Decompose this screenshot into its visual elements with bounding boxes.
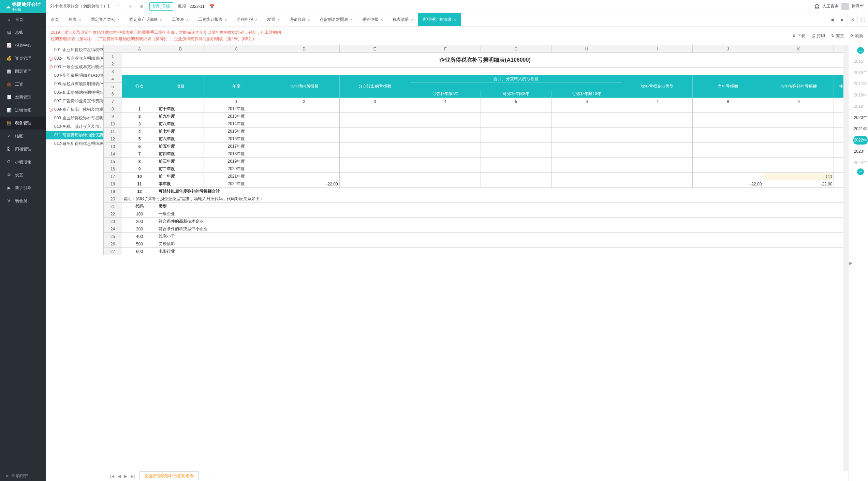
right-panel-toggle[interactable]: ▶ bbox=[848, 45, 853, 481]
close-icon[interactable]: × bbox=[277, 17, 280, 22]
sidebar-item-close-acct[interactable]: ✓结账 bbox=[0, 130, 46, 142]
vip-icon: V bbox=[6, 198, 12, 204]
sidebar-item-report[interactable]: G小畅报销 bbox=[0, 155, 46, 168]
form-item-003[interactable]: ?003-一般企业成本支出明细... bbox=[46, 63, 103, 71]
calendar-icon[interactable]: 📅 bbox=[208, 2, 216, 11]
sheet-last-icon[interactable]: ▶| bbox=[131, 474, 135, 479]
form-item-006[interactable]: 006-职工薪酬纳税调整明细... bbox=[46, 88, 103, 97]
close-icon[interactable]: × bbox=[255, 17, 258, 22]
chevron-down-icon[interactable]: ﹀ bbox=[113, 3, 123, 9]
gear-icon: ⚙ bbox=[6, 172, 12, 178]
close-icon[interactable]: × bbox=[117, 17, 120, 22]
period-value[interactable]: 2023-11 bbox=[190, 4, 205, 9]
tab-所得税汇算清缴[interactable]: 所得税汇算清缴× bbox=[418, 13, 461, 26]
warning-icon: ? bbox=[49, 108, 53, 112]
brand-logo: ☁ 畅捷通好会计 专业版 bbox=[0, 0, 46, 13]
sidebar-item-stock[interactable]: 📊进销台账 bbox=[0, 104, 46, 117]
sidebar-item-salary[interactable]: 💼工资 bbox=[0, 78, 46, 91]
tab-进销台账[interactable]: 进销台账× bbox=[284, 13, 315, 26]
salary-icon: 💼 bbox=[6, 81, 12, 87]
switch-old-version-button[interactable]: 切到旧版 bbox=[149, 2, 173, 11]
close-icon[interactable]: × bbox=[225, 17, 227, 22]
form-item-004[interactable]: 004-期间费用明细表(A1040... bbox=[46, 71, 103, 80]
tab-个税申报[interactable]: 个税申报× bbox=[232, 13, 262, 26]
spreadsheet[interactable]: ABCDEFGHIJK1企业所得税弥补亏损明细表(A106000)234行次项目… bbox=[103, 45, 848, 255]
sidebar-item-tax[interactable]: 🧮税务管理 bbox=[0, 117, 46, 130]
ledger-icon: ▤ bbox=[6, 30, 12, 35]
sheet-prev-icon[interactable]: ◀ bbox=[118, 474, 121, 479]
close-icon[interactable]: × bbox=[381, 17, 383, 22]
sidebar-item-asset[interactable]: 🏢固定资产 bbox=[0, 65, 46, 78]
year-up-button[interactable]: ︽ bbox=[857, 47, 864, 54]
form-list: 001-企业所得税年度纳税申...?002-一般企业收入明细表(A1...?00… bbox=[46, 45, 103, 481]
form-item-008[interactable]: ?008-资产折旧、摊销及纳税... bbox=[46, 105, 103, 114]
tab-工资表[interactable]: 工资表× bbox=[167, 13, 193, 26]
sidebar-item-money[interactable]: 💰资金管理 bbox=[0, 52, 46, 65]
form-item-001[interactable]: 001-企业所得税年度纳税申... bbox=[46, 46, 103, 54]
download-button[interactable]: ⬇下载 bbox=[792, 33, 805, 39]
form-item-012[interactable]: 012-减免所得税优惠明细表(... bbox=[46, 139, 103, 148]
consult-link[interactable]: 人工咨询 bbox=[822, 3, 839, 9]
tabs-prev-button[interactable]: ◀ bbox=[827, 13, 837, 26]
close-icon[interactable]: × bbox=[186, 17, 189, 22]
plus-icon[interactable]: ＋ bbox=[126, 2, 134, 11]
close-icon[interactable]: × bbox=[79, 17, 81, 22]
sidebar-item-guide[interactable]: ▶新手引导 bbox=[0, 181, 46, 194]
sheet-first-icon[interactable]: |◀ bbox=[110, 474, 114, 479]
tab-工资统计报表[interactable]: 工资统计报表× bbox=[193, 13, 232, 26]
account-selector[interactable]: 刘小艳演示账套（勿删勿动！）1 bbox=[50, 3, 110, 9]
tab-首页[interactable]: 首页 bbox=[46, 13, 64, 26]
form-item-002[interactable]: ?002-一般企业收入明细表(A1... bbox=[46, 54, 103, 63]
avatar[interactable] bbox=[841, 3, 849, 10]
tabs-close-button[interactable]: ✕ bbox=[848, 13, 858, 26]
username[interactable]: 徐泽华 bbox=[852, 3, 864, 9]
close-icon[interactable]: × bbox=[350, 17, 353, 22]
headset-icon: 🎧 bbox=[814, 4, 820, 9]
year-2022年[interactable]: 2022年 bbox=[853, 136, 868, 145]
sheet-tab[interactable]: 企业所得税弥补亏损明细表 bbox=[139, 471, 199, 480]
warning-icon: ? bbox=[49, 57, 53, 61]
sidebar-item-home[interactable]: ⌂首页 bbox=[0, 13, 46, 26]
close-icon[interactable]: × bbox=[160, 17, 162, 22]
sidebar-item-vip[interactable]: V畅会员 bbox=[0, 194, 46, 207]
year-down-button[interactable]: ︾ bbox=[857, 168, 864, 175]
tab-发票[interactable]: 发票× bbox=[262, 13, 284, 26]
sheet-next-icon[interactable]: ▶ bbox=[124, 474, 127, 479]
close-icon[interactable]: × bbox=[454, 17, 456, 22]
close-icon[interactable]: × bbox=[308, 17, 310, 22]
form-item-010[interactable]: 010-免税、减计收入及加计... bbox=[46, 122, 103, 131]
gear-icon[interactable]: ⚙ bbox=[138, 2, 146, 11]
year-2023年[interactable]: 2023年 bbox=[853, 147, 868, 156]
reset-button[interactable]: ↻重置 bbox=[831, 33, 844, 39]
sidebar-item-gear[interactable]: ⚙设置 bbox=[0, 168, 46, 181]
fullscreen-button[interactable]: ⛶ bbox=[858, 13, 868, 26]
refresh-button[interactable]: ⟳刷新 bbox=[850, 33, 863, 39]
report-icon: G bbox=[6, 159, 12, 165]
sidebar-item-invoice[interactable]: 🧾发票管理 bbox=[0, 91, 46, 104]
sidebar-item-archive[interactable]: 🗄归档管理 bbox=[0, 142, 46, 155]
form-item-007[interactable]: 007-广告费和业务宣传费跨... bbox=[46, 97, 103, 105]
sidebar-footer[interactable]: ⇤ 即消用宁 bbox=[0, 471, 46, 481]
print-button[interactable]: 🖨打印 bbox=[811, 33, 825, 39]
tab-钊表[interactable]: 钊表× bbox=[64, 13, 86, 26]
home-icon: ⌂ bbox=[6, 17, 12, 22]
year-2021年[interactable]: 2021年 bbox=[853, 125, 868, 133]
year-2020年[interactable]: 2020年 bbox=[853, 114, 868, 122]
tab-固定资产类别[interactable]: 固定资产类别× bbox=[86, 13, 124, 26]
tab-税务申报[interactable]: 税务申报× bbox=[357, 13, 388, 26]
sheet-menu-icon[interactable]: ⋮ bbox=[207, 474, 211, 479]
sidebar-item-chart[interactable]: 📈报表中心 bbox=[0, 39, 46, 52]
form-item-011[interactable]: 011-研发费用加计扣除优惠... bbox=[46, 131, 103, 139]
tab-固定资产明细账[interactable]: 固定资产明细账× bbox=[124, 13, 167, 26]
form-item-005[interactable]: 005-纳税调整项目明细表(A1... bbox=[46, 80, 103, 88]
form-item-009[interactable]: 009-企业所得税弥补亏损明... bbox=[46, 114, 103, 122]
guide-icon: ▶ bbox=[6, 185, 12, 191]
year-2019年: 2019年 bbox=[853, 102, 868, 111]
sidebar-item-ledger[interactable]: ▤总账 bbox=[0, 26, 46, 39]
tab-税表清册[interactable]: 税表清册× bbox=[388, 13, 418, 26]
archive-icon: 🗄 bbox=[6, 146, 12, 152]
vertical-scrollbar[interactable] bbox=[843, 45, 848, 471]
close-icon[interactable]: × bbox=[411, 17, 413, 22]
tabs-next-button[interactable]: ▶ bbox=[837, 13, 848, 26]
tab-存货别名对照表[interactable]: 存货别名对照表× bbox=[315, 13, 357, 26]
